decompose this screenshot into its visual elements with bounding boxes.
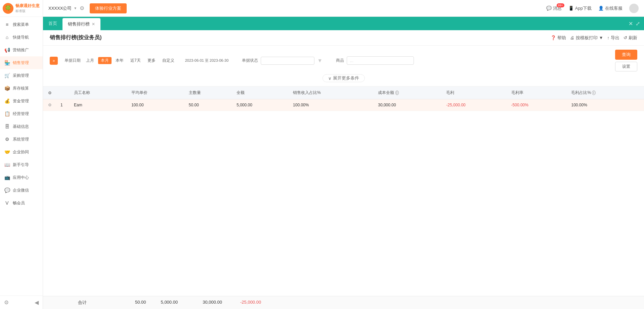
doc-status-select[interactable] xyxy=(261,57,314,65)
cell-gross-rate-0: -500.00% xyxy=(507,99,567,111)
messages-action[interactable]: 💬 消息 99+ xyxy=(546,5,562,11)
date-opt-custom[interactable]: 自定义 xyxy=(160,57,177,64)
col-rank xyxy=(56,87,70,99)
nav-label-enterprise-wechat: 企业微信 xyxy=(13,188,29,193)
sidebar-item-quick-nav[interactable]: ⌂ 快捷导航 xyxy=(0,31,43,44)
sidebar-item-basic-info[interactable]: 🗄 基础信息 xyxy=(0,120,43,133)
sidebar-item-search-order[interactable]: ≡ 搜索菜单 xyxy=(0,18,43,31)
nav-label-purchase: 采购管理 xyxy=(13,73,29,79)
date-opt-this-year[interactable]: 本年 xyxy=(113,57,126,64)
sidebar-item-finance[interactable]: 💰 资金管理 xyxy=(0,95,43,107)
sidebar: 🍀 畅康通好生意 标准版 ≡ 搜索菜单 ⌂ 快捷导航 📢 营销推广 🏪 销售管理… xyxy=(0,0,43,309)
template-print-label: 按模板打印 xyxy=(576,35,598,41)
date-range-display: 2023-06-01 至 2023-06-30 xyxy=(184,58,229,63)
col-gross: 毛利 xyxy=(442,87,507,99)
summary-amount: 5,000.00 xyxy=(157,300,182,306)
nav-icon-inventory: 📦 xyxy=(4,85,10,91)
sidebar-item-purchase[interactable]: 🛒 采购管理 xyxy=(0,69,43,82)
nav-label-quick-nav: 快捷导航 xyxy=(13,35,29,40)
goods-placeholder: ... xyxy=(350,58,353,63)
nav-icon-search-order: ≡ xyxy=(4,21,10,28)
company-selector[interactable]: XXXXX公司 ▼ xyxy=(48,5,77,11)
sidebar-item-marketing[interactable]: 📢 营销推广 xyxy=(0,44,43,56)
help-button[interactable]: ❓ 帮助 xyxy=(551,35,566,41)
sidebar-item-system[interactable]: ⚙ 系统管理 xyxy=(0,133,43,146)
tab-sales-rank-label: 销售排行榜 xyxy=(68,21,90,27)
refresh-icon: ↺ xyxy=(624,35,627,40)
online-support-action[interactable]: 👤 在线客服 xyxy=(598,5,622,11)
app-icon: 📱 xyxy=(568,6,574,11)
cell-sales-pct-0: 100.00% xyxy=(289,99,374,111)
cell-avg-price-0: 100.00 xyxy=(127,99,185,111)
date-options: 上月 本月 本年 近7天 更多 自定义 xyxy=(83,57,177,64)
tab-close-all-icon[interactable]: ✕ xyxy=(629,20,633,27)
doc-status-select-wrap[interactable] xyxy=(261,57,314,65)
nav-icon-finance: 💰 xyxy=(4,98,10,104)
table-header-row: ⚙ 员工名称 平均单价 主数量 全额 销售收入占比% 成本全额 i 毛利 毛利率… xyxy=(43,87,644,99)
messages-badge: 99+ xyxy=(557,3,564,7)
nav-icon-system: ⚙ xyxy=(4,136,10,142)
date-range-text: 2023-06-01 至 2023-06-30 xyxy=(185,58,229,63)
topbar-settings-icon[interactable]: ⚙ xyxy=(80,5,84,11)
export-label: 导出 xyxy=(611,35,619,41)
col-avg-price: 平均单价 xyxy=(127,87,185,99)
sidebar-item-inventory[interactable]: 📦 库存核算 xyxy=(0,82,43,95)
sidebar-item-enterprise-collab[interactable]: 🤝 企业协同 xyxy=(0,146,43,158)
logo-icon: 🍀 xyxy=(3,3,13,14)
app-download-action[interactable]: 📱 App下载 xyxy=(568,5,592,11)
tab-sales-rank[interactable]: 销售排行榜 ✕ xyxy=(62,18,100,30)
nav-icon-basic-info: 🗄 xyxy=(4,123,10,130)
col-settings[interactable]: ⚙ xyxy=(43,87,56,99)
sidebar-item-vip[interactable]: V 畅会员 xyxy=(0,197,43,209)
nav-label-sales: 销售管理 xyxy=(13,60,29,66)
date-opt-last-7-days[interactable]: 近7天 xyxy=(128,57,143,64)
sidebar-item-enterprise-wechat[interactable]: 💬 企业微信 xyxy=(0,184,43,197)
tab-expand-icon[interactable]: ⤢ xyxy=(636,20,640,27)
sidebar-item-guide[interactable]: 📖 新手引导 xyxy=(0,158,43,171)
nav-label-guide: 新手引导 xyxy=(13,162,29,168)
date-filter-group: 单据日期 上月 本月 本年 近7天 更多 自定义 xyxy=(65,57,177,64)
date-opt-last-month[interactable]: 上月 xyxy=(83,57,97,64)
app-download-label: App下载 xyxy=(575,5,592,11)
export-icon: ↑ xyxy=(607,35,610,40)
summary-cost: 30,000.00 xyxy=(199,300,226,306)
trial-button[interactable]: 体验行业方案 xyxy=(90,3,127,13)
date-filter-label: 单据日期 xyxy=(65,58,81,63)
nav-icon-app-center: 📺 xyxy=(4,174,10,181)
content-area: 销售排行榜(按业务员) ❓ 帮助 🖨 按模板打印 ▼ ↑ 导出 ↺ 刷新 xyxy=(43,30,644,309)
nav-icon-marketing: 📢 xyxy=(4,47,10,53)
goods-input[interactable]: ... xyxy=(347,56,414,65)
print-dropdown-arrow: ▼ xyxy=(599,35,603,40)
export-button[interactable]: ↑ 导出 xyxy=(607,35,620,41)
table-row: ⚙ 1 Eam 100.00 50.00 5,000.00 100.00% 30… xyxy=(43,99,644,111)
col-gross-rate: 毛利率 xyxy=(507,87,567,99)
tab-close-icon[interactable]: ✕ xyxy=(92,22,95,27)
tab-home[interactable]: 首页 xyxy=(43,17,62,30)
template-print-button[interactable]: 🖨 按模板打印 ▼ xyxy=(570,35,603,41)
query-button[interactable]: 查询 xyxy=(615,50,637,60)
nav-icon-sales: 🏪 xyxy=(4,60,10,66)
settings-button[interactable]: 设置 xyxy=(615,62,637,71)
help-label: 帮助 xyxy=(557,35,566,41)
nav-icon-purchase: 🛒 xyxy=(4,72,10,79)
cell-cost-0: 30,000.00 xyxy=(374,99,442,111)
user-avatar[interactable] xyxy=(629,4,639,13)
date-opt-this-month[interactable]: 本月 xyxy=(98,57,112,64)
sidebar-item-sales[interactable]: 🏪 销售管理 xyxy=(0,56,43,69)
nav-label-enterprise-collab: 企业协同 xyxy=(13,149,29,155)
refresh-button[interactable]: ↺ 刷新 xyxy=(624,35,637,41)
col-amount: 全额 xyxy=(232,87,289,99)
settings-footer-icon[interactable]: ⚙ xyxy=(4,299,9,306)
date-opt-more[interactable]: 更多 xyxy=(145,57,158,64)
tabbar: 首页 销售排行榜 ✕ ✕ ⤢ xyxy=(43,17,644,30)
summary-quantity: 50.00 xyxy=(131,300,150,306)
expand-conditions-button[interactable]: ∨ 展开更多条件 xyxy=(323,74,365,82)
brand-name: 畅康通好生意 xyxy=(15,3,40,9)
collapse-icon[interactable]: ◀ xyxy=(35,299,39,306)
main-area: XXXXX公司 ▼ ⚙ 体验行业方案 💬 消息 99+ 📱 App下载 👤 在线… xyxy=(43,0,644,309)
doc-status-label: 单据状态 xyxy=(242,58,258,63)
filter-expand-arrow[interactable]: » xyxy=(50,57,58,65)
sidebar-item-app-center[interactable]: 📺 应用中心 xyxy=(0,171,43,184)
sidebar-item-operations[interactable]: 📋 经营管理 xyxy=(0,107,43,120)
cell-settings-0[interactable]: ⚙ xyxy=(43,99,56,111)
